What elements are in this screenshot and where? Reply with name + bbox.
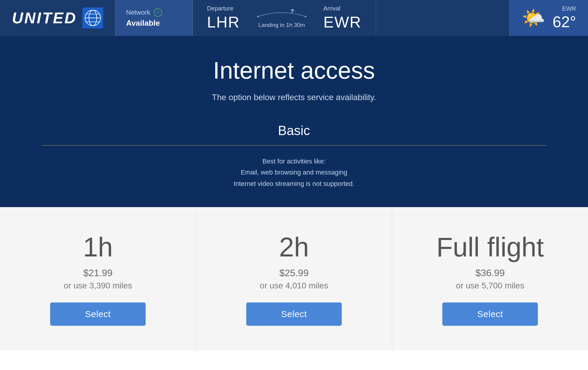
weather-info: EWR 62° — [552, 5, 576, 31]
svg-point-11 — [305, 16, 306, 17]
network-label: Network — [126, 9, 150, 16]
flight-arc: Landing in 1h 30m — [240, 7, 324, 28]
page-subtitle: The option below reflects service availa… — [0, 93, 588, 102]
departure-code: LHR — [207, 13, 240, 31]
arrival-label: Arrival — [324, 5, 361, 12]
arrival-section: Arrival EWR — [324, 5, 361, 31]
page-title: Internet access — [0, 57, 588, 84]
main-content: Internet access The option below reflect… — [0, 36, 588, 207]
pricing-price-2h: $25.99 — [279, 267, 309, 279]
network-status-section: Network ✓ Available — [115, 0, 193, 36]
pricing-option-2h: 2h $25.99 or use 4,010 miles Select — [196, 207, 392, 351]
description-line3: Internet video streaming is not supporte… — [0, 178, 588, 189]
pricing-duration-full: Full flight — [436, 232, 544, 263]
flight-info: Departure LHR Landing in 1h — [193, 0, 376, 36]
select-button-1h[interactable]: Select — [50, 302, 146, 326]
pricing-duration-2h: 2h — [279, 232, 309, 263]
pricing-option-1h: 1h $21.99 or use 3,390 miles Select — [0, 207, 196, 351]
pricing-miles-1h: or use 3,390 miles — [64, 281, 132, 291]
description-line1: Best for activities like: — [0, 156, 588, 167]
select-button-2h[interactable]: Select — [246, 302, 342, 326]
section-divider — [42, 145, 546, 146]
section-title: Basic — [0, 123, 588, 138]
svg-point-10 — [257, 16, 258, 17]
landing-status: Landing in 1h 30m — [258, 22, 305, 28]
pricing-option-full-flight: Full flight $36.99 or use 5,700 miles Se… — [392, 207, 588, 351]
pricing-price-full: $36.99 — [475, 267, 505, 279]
weather-icon: 🌤️ — [521, 8, 545, 27]
logo-globe-icon — [82, 7, 103, 28]
section-description: Best for activities like: Email, web bro… — [0, 156, 588, 189]
pricing-miles-full: or use 5,700 miles — [456, 281, 524, 291]
departure-label: Departure — [207, 5, 240, 12]
pricing-miles-2h: or use 4,010 miles — [260, 281, 328, 291]
network-top: Network ✓ — [126, 8, 182, 17]
weather-section: 🌤️ EWR 62° — [509, 0, 588, 36]
select-button-full[interactable]: Select — [442, 302, 538, 326]
logo-area: UNITED — [0, 0, 115, 36]
description-line2: Email, web browsing and messaging — [0, 167, 588, 178]
header: UNITED Network ✓ Available Departure LHR — [0, 0, 588, 36]
pricing-price-1h: $21.99 — [83, 267, 113, 279]
weather-temperature: 62° — [552, 13, 576, 31]
logo-text: UNITED — [12, 9, 77, 27]
departure-section: Departure LHR — [207, 5, 240, 31]
network-check-icon: ✓ — [154, 8, 162, 17]
pricing-duration-1h: 1h — [83, 232, 113, 263]
weather-location: EWR — [552, 5, 576, 12]
network-available-status: Available — [126, 19, 182, 28]
pricing-section: 1h $21.99 or use 3,390 miles Select 2h $… — [0, 207, 588, 351]
arrival-code: EWR — [324, 13, 361, 31]
flight-path-icon — [249, 7, 315, 19]
